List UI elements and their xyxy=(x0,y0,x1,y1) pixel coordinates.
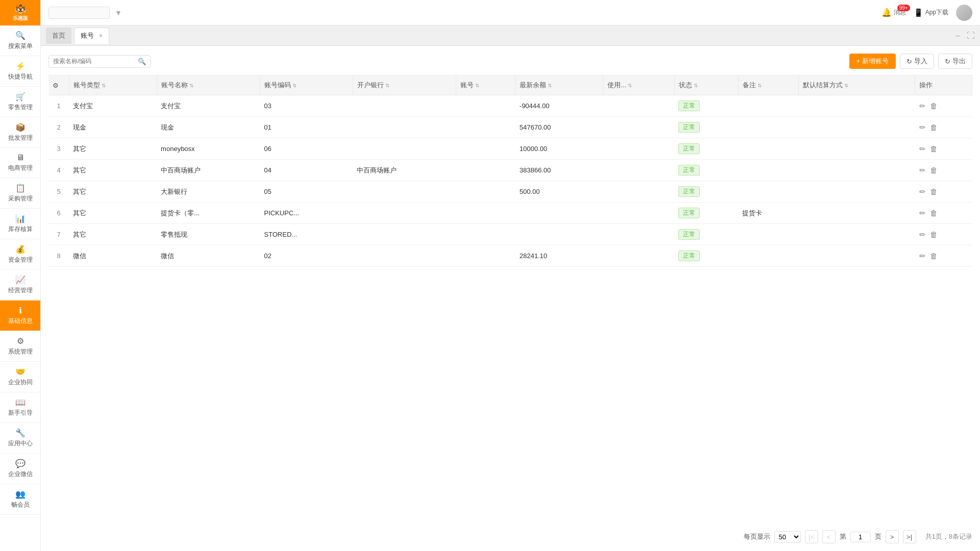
add-account-button[interactable]: + 新增账号 xyxy=(849,54,896,69)
sidebar-item-quick[interactable]: ⚡ 快捷导航 xyxy=(0,56,40,87)
edit-button[interactable]: ✏ xyxy=(919,166,926,175)
th-default-pay[interactable]: 默认结算方式⇅ xyxy=(799,76,915,95)
sidebar-item-retail[interactable]: 🛒 零售管理 xyxy=(0,87,40,117)
page-prev-btn[interactable]: < xyxy=(822,530,836,543)
th-status[interactable]: 状态⇅ xyxy=(674,76,738,95)
sidebar-item-wholesale[interactable]: 📦 批发管理 xyxy=(0,117,40,148)
status-badge: 正常 xyxy=(678,208,700,218)
status-badge: 正常 xyxy=(678,229,700,240)
cell-remark xyxy=(738,138,798,160)
page-input[interactable] xyxy=(850,532,871,542)
th-remark[interactable]: 备注⇅ xyxy=(738,76,798,95)
edit-button[interactable]: ✏ xyxy=(919,144,926,154)
topbar-search-input[interactable] xyxy=(48,7,110,19)
cell-no: 6 xyxy=(48,203,69,224)
sidebar-item-ecommerce[interactable]: 🖥 电商管理 xyxy=(0,148,40,178)
th-code[interactable]: 账号编码⇅ xyxy=(260,76,353,95)
delete-button[interactable]: 🗑 xyxy=(930,144,938,154)
wrench-icon: 🔧 xyxy=(15,428,26,438)
cell-usage xyxy=(603,224,675,245)
tab-home[interactable]: 首页 xyxy=(46,28,71,44)
sidebar-item-inventory[interactable]: 📊 库存核算 xyxy=(0,209,40,239)
th-balance[interactable]: 最新余额⇅ xyxy=(516,76,603,95)
tab-account[interactable]: 账号 × xyxy=(74,28,109,44)
tab-home-label: 首页 xyxy=(52,31,65,40)
sidebar-item-search[interactable]: 🔍 搜索菜单 xyxy=(0,26,40,56)
tab-expand-icon[interactable]: ⛶ xyxy=(967,31,975,40)
th-bank[interactable]: 开户银行⇅ xyxy=(353,76,456,95)
cell-balance xyxy=(516,224,603,245)
tab-minimize-icon[interactable]: – xyxy=(955,31,960,40)
export-button[interactable]: ↻ 导出 xyxy=(938,54,972,69)
sidebar-item-enterprise[interactable]: 🤝 企业协同 xyxy=(0,362,40,392)
account-table: ⚙ 账号类型⇅ 账号名称⇅ 账号编码⇅ 开户银行⇅ 账号⇅ 最新余额⇅ 使用..… xyxy=(48,75,972,267)
delete-button[interactable]: 🗑 xyxy=(930,166,938,175)
th-type[interactable]: 账号类型⇅ xyxy=(69,76,157,95)
sidebar-item-label: 电商管理 xyxy=(8,164,33,172)
edit-button[interactable]: ✏ xyxy=(919,209,926,218)
sidebar-item-wechat[interactable]: 💬 企业微信 xyxy=(0,454,40,484)
cell-action: ✏ 🗑 xyxy=(915,181,972,203)
th-settings[interactable]: ⚙ xyxy=(48,76,69,95)
sidebar-item-operations[interactable]: 📈 经营管理 xyxy=(0,270,40,300)
cell-code: 06 xyxy=(260,138,353,160)
sidebar-item-apps[interactable]: 🔧 应用中心 xyxy=(0,423,40,454)
cell-action: ✏ 🗑 xyxy=(915,224,972,245)
sidebar-item-label: 资金管理 xyxy=(8,256,33,264)
th-name[interactable]: 账号名称⇅ xyxy=(157,76,260,95)
edit-button[interactable]: ✏ xyxy=(919,123,926,132)
cell-action: ✏ 🗑 xyxy=(915,160,972,181)
sidebar-item-guide[interactable]: 📖 新手引导 xyxy=(0,392,40,423)
sidebar-item-basic[interactable]: ℹ 基础信息 xyxy=(0,300,40,331)
th-account[interactable]: 账号⇅ xyxy=(456,76,516,95)
avatar[interactable] xyxy=(956,5,972,21)
bell-icon: 🔔 xyxy=(881,8,892,17)
th-usage[interactable]: 使用...⇅ xyxy=(603,76,675,95)
sidebar-item-finance[interactable]: 💰 资金管理 xyxy=(0,239,40,270)
sidebar-item-purchase[interactable]: 📋 采购管理 xyxy=(0,178,40,209)
edit-button[interactable]: ✏ xyxy=(919,252,926,261)
edit-button[interactable]: ✏ xyxy=(919,187,926,196)
cell-action: ✏ 🗑 xyxy=(915,203,972,224)
cell-account xyxy=(456,117,516,138)
sidebar-item-label: 企业微信 xyxy=(8,470,33,479)
edit-button[interactable]: ✏ xyxy=(919,230,926,239)
app-download-button[interactable]: 📱 App下载 xyxy=(914,8,948,17)
cell-code: 03 xyxy=(260,95,353,117)
cell-remark xyxy=(738,181,798,203)
status-badge: 正常 xyxy=(678,165,700,176)
delete-button[interactable]: 🗑 xyxy=(930,209,938,218)
cell-code: 04 xyxy=(260,160,353,181)
cell-no: 4 xyxy=(48,160,69,181)
sidebar-item-label: 经营管理 xyxy=(8,286,33,295)
delete-button[interactable]: 🗑 xyxy=(930,187,938,196)
cell-action: ✏ 🗑 xyxy=(915,95,972,117)
cell-status: 正常 xyxy=(674,117,738,138)
sidebar-item-member[interactable]: 👥 畅会员 xyxy=(0,484,40,515)
money-icon: 💰 xyxy=(15,244,26,254)
page-last-btn[interactable]: >| xyxy=(903,530,916,543)
cell-default-pay xyxy=(799,117,915,138)
add-account-label: + 新增账号 xyxy=(856,57,889,66)
per-page-select[interactable]: 50 100 200 xyxy=(774,531,801,543)
cell-bank xyxy=(353,181,456,203)
tab-close-icon[interactable]: × xyxy=(99,32,103,39)
page-next-btn[interactable]: > xyxy=(886,530,899,543)
cell-code: PICKUPC... xyxy=(260,203,353,224)
search-input[interactable] xyxy=(53,58,138,65)
delete-button[interactable]: 🗑 xyxy=(930,123,938,132)
import-label: 导入 xyxy=(914,57,927,66)
delete-button[interactable]: 🗑 xyxy=(930,102,938,111)
topbar-dropdown-icon[interactable]: ▼ xyxy=(115,9,122,17)
delete-button[interactable]: 🗑 xyxy=(930,252,938,261)
sidebar-item-system[interactable]: ⚙ 系统管理 xyxy=(0,331,40,362)
cell-bank xyxy=(353,117,456,138)
cell-default-pay xyxy=(799,160,915,181)
page-first-btn[interactable]: |< xyxy=(805,530,818,543)
settings-icon: ⚙ xyxy=(53,82,59,89)
export-label: 导出 xyxy=(952,57,966,66)
message-button[interactable]: 🔔 消息 99+ xyxy=(881,8,906,17)
edit-button[interactable]: ✏ xyxy=(919,102,926,111)
import-button[interactable]: ↻ 导入 xyxy=(900,54,934,69)
delete-button[interactable]: 🗑 xyxy=(930,230,938,239)
